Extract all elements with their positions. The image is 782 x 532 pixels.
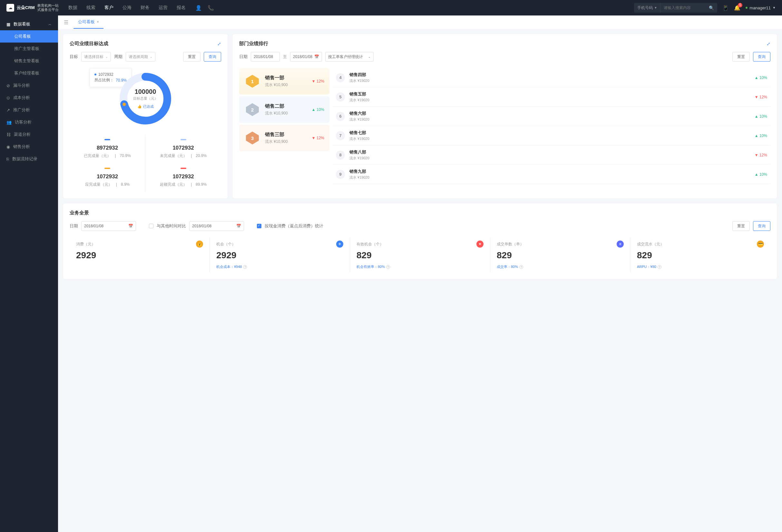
donut-value: 100000 [135,88,156,96]
sidebar-icon: ⊘ [6,83,10,88]
nav-item[interactable]: 数据 [68,5,77,11]
sidebar-item[interactable]: 👥访客分析 [0,116,58,128]
metric: 8972932已完成量（元） | 70.9% [70,135,145,163]
kpi-icon: ✦ [476,241,484,248]
biz-date-1[interactable]: 2018/01/08📅 [81,221,136,231]
help-icon[interactable]: ? [657,265,662,269]
kpi-card: 成交单数（单）≡829成交率：80% ? [490,237,631,273]
nav-item[interactable]: 运营 [158,5,168,11]
reset-button[interactable]: 重置 [183,52,201,62]
rank-row[interactable]: 9销售九部流水 ¥19020▲ 10% [333,165,771,184]
target-select[interactable]: 请选择目标⌄ [81,52,111,62]
label-target: 目标 [70,54,78,60]
panel-title: 公司业绩目标达成 [70,41,108,47]
metric: 1072932超额完成（元） | 89.9% [145,163,221,192]
search-box: 手机号码▼ 🔍 [634,3,717,12]
search-button[interactable]: 🔍 [706,5,717,10]
rank-row[interactable]: 5销售五部流水 ¥19020▼ 12% [333,87,771,107]
user-menu[interactable]: manager11 ▼ [746,5,776,10]
sidebar-item[interactable]: ↗推广分析 [0,104,58,116]
label-date: 日期 [239,54,248,60]
rank-number: 9 [336,170,345,179]
medal-icon: 1 [244,73,260,89]
date-from[interactable]: 2018/01/08 [251,52,280,62]
rank-number: 7 [336,131,345,140]
phone-icon[interactable]: 📞 [208,5,214,11]
query-button[interactable]: 查询 [753,221,771,231]
date-to[interactable]: 2018/01/08📅 [290,52,322,62]
expand-icon[interactable]: ⤢ [217,41,221,46]
rank-number: 5 [336,93,345,102]
rank-number: 4 [336,73,345,82]
calendar-icon: 📅 [128,224,133,228]
sidebar-item[interactable]: ⊘漏斗分析 [0,79,58,92]
help-icon[interactable]: ? [243,265,247,269]
kpi-icon: ≡ [617,241,624,248]
device-icon[interactable]: 📱 [722,5,729,11]
calendar-icon: 📅 [236,224,241,228]
nav-item[interactable]: 报名 [177,5,186,11]
menu-toggle[interactable]: ☰ [62,19,70,26]
label-date: 日期 [70,223,78,229]
rank-number: 6 [336,112,345,121]
rank-card[interactable]: 3销售三部流水 ¥10,900▼ 12% [239,125,329,151]
rank-row[interactable]: 7销售七部流水 ¥19020▲ 10% [333,126,771,145]
logo-icon: ☁ [6,4,14,11]
logo: ☁ 云朵CRM 教育机构一站 式服务云平台 [6,4,59,12]
sidebar-group-dashboard[interactable]: ▦ 数据看板 ︿ [0,18,58,30]
help-icon[interactable]: ? [519,265,523,269]
rank-row[interactable]: 6销售六部流水 ¥19020▲ 10% [333,107,771,126]
achieved-badge: 👍已达成 [135,104,156,110]
biz-date-2[interactable]: 2018/01/08📅 [189,221,244,231]
donut-label: 目标总量（元） [133,96,158,101]
notifications-icon[interactable]: 🔔5 [734,5,740,11]
chevron-down-icon: ▼ [773,6,776,9]
sidebar-item[interactable]: ⛓渠道分析 [0,128,58,141]
rank-card[interactable]: 1销售一部流水 ¥10,900▼ 12% [239,68,329,95]
sidebar-item[interactable]: ⊙成本分析 [0,92,58,104]
rank-row[interactable]: 8销售八部流水 ¥19020▼ 12% [333,145,771,165]
query-button[interactable]: 查询 [753,52,771,62]
sidebar-icon: ⛓ [6,132,11,137]
sidebar-item[interactable]: ⎘数据流转记录 [0,153,58,165]
compare-checkbox[interactable] [149,224,153,228]
sidebar-item[interactable]: 公司看板 [0,30,58,42]
logo-sub: 教育机构一站 式服务云平台 [37,4,59,12]
cash-checkbox[interactable] [257,224,261,228]
nav-item[interactable]: 财务 [141,5,149,11]
nav-item[interactable]: 公海 [122,5,132,11]
kpi-icon: 💳 [757,241,764,248]
kpi-icon: ✈ [336,241,343,248]
query-button[interactable]: 查询 [204,52,221,62]
sidebar-item[interactable]: 销售主管看板 [0,55,58,67]
expand-icon[interactable]: ⤢ [767,41,771,46]
rank-type-select[interactable]: 按工单客户经理统计⌄ [325,52,374,62]
tab-company-board[interactable]: 公司看板 × [73,16,104,29]
rank-row[interactable]: 4销售四部流水 ¥19020▲ 10% [333,68,771,87]
notification-badge: 5 [738,3,742,7]
main-nav: 数据线索客户公海财务运营报名 [68,5,186,11]
help-icon[interactable]: ? [386,265,390,269]
panel-biz: 业务全景 日期 2018/01/08📅 与其他时间对比 2018/01/08📅 … [63,204,777,279]
nav-item[interactable]: 客户 [104,5,113,11]
sidebar-item[interactable]: 推广主管看板 [0,42,58,55]
header: ☁ 云朵CRM 教育机构一站 式服务云平台 数据线索客户公海财务运营报名 👤 📞… [0,0,782,15]
kpi-icon: 💰 [196,241,203,248]
status-dot [746,7,747,9]
reset-button[interactable]: 重置 [732,52,750,62]
nav-item[interactable]: 线索 [86,5,96,11]
sidebar-icon: ◉ [6,144,10,149]
sidebar-item[interactable]: ◉销售分析 [0,141,58,153]
search-input[interactable] [661,5,706,10]
kpi-card: 成交流水（元）💳829ARPU：¥80 ? [631,237,771,273]
period-select[interactable]: 请选择周期⌄ [126,52,155,62]
search-type-select[interactable]: 手机号码▼ [634,3,661,12]
close-icon[interactable]: × [97,20,99,24]
metric: 1072932未完成量（元） | 20.9% [145,135,221,163]
reset-button[interactable]: 重置 [732,221,750,231]
user-icon[interactable]: 👤 [196,5,202,11]
sidebar-item[interactable]: 客户经理看板 [0,67,58,79]
rank-card[interactable]: 2销售二部流水 ¥10,900▲ 10% [239,96,329,123]
tabs-bar: ☰ 公司看板 × [58,15,782,29]
donut-chart: 1072932 所占比例：70.9% 100000 [70,68,221,129]
